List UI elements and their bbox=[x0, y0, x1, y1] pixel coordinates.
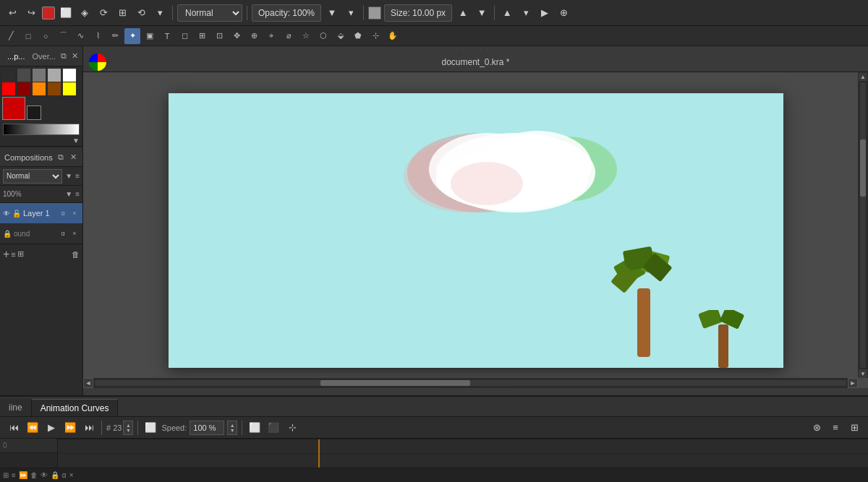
undo-button[interactable]: ↩ bbox=[4, 5, 20, 21]
frame-spinbox[interactable]: ▲ ▼ bbox=[123, 421, 133, 435]
measure-tool[interactable]: ⌖ bbox=[263, 28, 279, 44]
gradient-bar[interactable] bbox=[3, 124, 80, 135]
timeline-opt-3[interactable]: ⊹ bbox=[284, 420, 300, 436]
canvas-scroll-up-btn[interactable]: ▲ bbox=[859, 72, 867, 81]
layer-bg-options-icon[interactable]: × bbox=[69, 228, 80, 238]
arrow-up-button[interactable]: ▲ bbox=[499, 5, 515, 21]
text-tool[interactable]: T bbox=[159, 28, 175, 44]
layer-blend-select[interactable]: Normal bbox=[3, 169, 62, 184]
transform-tool[interactable]: ⊞ bbox=[194, 28, 210, 44]
fill-tool[interactable]: ▣ bbox=[142, 28, 158, 44]
status-icon-4[interactable]: 🗑 bbox=[30, 471, 38, 479]
speed-spinbox[interactable]: ▲ ▼ bbox=[227, 421, 237, 435]
ellipse-tool[interactable]: ○ bbox=[38, 28, 54, 44]
keyframe-button[interactable]: ⬜ bbox=[142, 420, 158, 436]
move-tool[interactable]: ✥ bbox=[229, 28, 244, 44]
opacity-options-button[interactable]: ▾ bbox=[343, 5, 359, 21]
background-color[interactable] bbox=[27, 106, 41, 120]
polyline-tool[interactable]: ⌇ bbox=[90, 28, 106, 44]
swatch-3[interactable] bbox=[48, 69, 61, 82]
canvas-vscroll-thumb[interactable] bbox=[860, 139, 866, 197]
brush-options-button[interactable]: ⬜ bbox=[58, 5, 74, 21]
pencil-tool[interactable]: ╱ bbox=[3, 28, 19, 44]
similar-select[interactable]: ⬟ bbox=[350, 28, 366, 44]
canvas-scroll-down-btn[interactable]: ▼ bbox=[859, 369, 867, 378]
color-picker-tool[interactable]: ⌀ bbox=[281, 28, 297, 44]
contiguous-select[interactable]: ⬙ bbox=[333, 28, 349, 44]
panel-tab-2[interactable]: Over... bbox=[29, 51, 58, 62]
status-icon-3[interactable]: ⏩ bbox=[19, 471, 27, 479]
layer-1-eye-icon[interactable]: 👁 bbox=[3, 210, 10, 218]
go-last-button[interactable]: ⏭ bbox=[81, 420, 97, 436]
pan-tool[interactable]: ✋ bbox=[385, 28, 401, 44]
onion-skin-button[interactable]: ⊛ bbox=[809, 420, 825, 436]
bezier-tool[interactable]: ∿ bbox=[72, 28, 88, 44]
timeline-opt-2[interactable]: ⬛ bbox=[265, 420, 281, 436]
crop-tool[interactable]: ⊡ bbox=[211, 28, 227, 44]
go-prev-button[interactable]: ⏪ bbox=[25, 420, 41, 436]
color-swatch-red[interactable] bbox=[42, 7, 55, 20]
filter-icon[interactable]: ▼ bbox=[65, 172, 72, 180]
panel-float-icon[interactable]: ⧉ bbox=[59, 51, 69, 61]
opacity-down-button[interactable]: ▼ bbox=[324, 5, 340, 21]
panel-close-icon[interactable]: ✕ bbox=[70, 51, 80, 61]
zoom-tool[interactable]: ⊕ bbox=[246, 28, 262, 44]
timeline-tracks[interactable] bbox=[58, 439, 868, 468]
status-icon-7[interactable]: α bbox=[62, 471, 67, 479]
status-icon-5[interactable]: 👁 bbox=[41, 471, 48, 479]
dropdown-arrow-icon[interactable]: ▼ bbox=[72, 137, 80, 145]
layer-grid-icon[interactable]: ⊞ bbox=[17, 249, 24, 259]
layer-bg-lock-icon[interactable]: 🔒 bbox=[3, 230, 12, 238]
layer-bg-item[interactable]: 🔒 ound α × bbox=[0, 223, 82, 244]
refresh-button[interactable]: ⟲ bbox=[133, 5, 149, 21]
timeline-expand-button[interactable]: ⊞ bbox=[846, 420, 862, 436]
swatch-brown[interactable] bbox=[48, 82, 61, 95]
layer-bg-alpha-icon[interactable]: α bbox=[58, 228, 68, 238]
blend-mode-select[interactable]: Normal bbox=[177, 4, 242, 22]
layer-1-item[interactable]: 👁 🔓 Layer 1 α × bbox=[0, 203, 82, 223]
rect-select-tool[interactable]: □ bbox=[20, 28, 36, 44]
swatch-2[interactable] bbox=[33, 69, 46, 82]
canvas-vscroll-track[interactable] bbox=[860, 82, 866, 368]
add-layer-button[interactable]: + bbox=[3, 248, 9, 261]
transform-button[interactable]: ⟳ bbox=[95, 5, 111, 21]
timeline-menu-button[interactable]: ≡ bbox=[827, 420, 843, 436]
status-icon-6[interactable]: 🔒 bbox=[51, 471, 59, 479]
size-up-button[interactable]: ▲ bbox=[455, 5, 471, 21]
bezier-select[interactable]: ⊹ bbox=[367, 28, 383, 44]
layer-options-button[interactable]: ◈ bbox=[77, 5, 93, 21]
path-tool[interactable]: ⌒ bbox=[55, 28, 71, 44]
layer-opacity-down-icon[interactable]: ▼ bbox=[65, 190, 72, 198]
swatch-1[interactable] bbox=[17, 69, 30, 82]
layer-opacity-menu-icon[interactable]: ≡ bbox=[75, 190, 80, 198]
comp-float-icon[interactable]: ⧉ bbox=[56, 152, 66, 163]
swatch-red[interactable] bbox=[2, 82, 15, 95]
canvas-scroll-left-btn[interactable]: ◄ bbox=[83, 378, 93, 388]
play-button[interactable]: ▶ bbox=[43, 420, 59, 436]
canvas-hscroll-thumb[interactable] bbox=[320, 380, 471, 386]
layer-1-options-icon[interactable]: × bbox=[69, 208, 80, 218]
delete-layer-button[interactable]: 🗑 bbox=[72, 250, 80, 259]
layer-options-icon[interactable]: ≡ bbox=[75, 172, 80, 180]
size-down-button[interactable]: ▼ bbox=[474, 5, 490, 21]
go-first-button[interactable]: ⏮ bbox=[6, 420, 22, 436]
layer-1-lock-icon[interactable]: 🔓 bbox=[12, 210, 21, 218]
polygon-tool[interactable]: ⬡ bbox=[315, 28, 331, 44]
arrow-options-button[interactable]: ▾ bbox=[518, 5, 534, 21]
transform2-button[interactable]: ⊕ bbox=[556, 5, 571, 21]
mirror-button[interactable]: ▶ bbox=[537, 5, 553, 21]
status-icon-8[interactable]: × bbox=[69, 471, 74, 479]
tab-timeline[interactable]: iine bbox=[0, 399, 32, 416]
select-shape-tool[interactable]: ☆ bbox=[298, 28, 314, 44]
foreground-color[interactable] bbox=[2, 97, 25, 120]
swatch-yellow[interactable] bbox=[63, 82, 76, 95]
layer-list-icon[interactable]: ≡ bbox=[11, 250, 15, 259]
swatch-dark-red[interactable] bbox=[17, 82, 30, 95]
layer-1-alpha-icon[interactable]: α bbox=[58, 208, 68, 218]
swatch-4[interactable] bbox=[63, 69, 76, 82]
canvas-container[interactable]: ◄ ► ▲ ▼ bbox=[83, 72, 868, 388]
comp-close-icon[interactable]: ✕ bbox=[68, 152, 78, 163]
status-icon-1[interactable]: ⊞ bbox=[3, 471, 9, 479]
more-options-button[interactable]: ▾ bbox=[152, 5, 168, 21]
brush-tool[interactable]: ✦ bbox=[124, 28, 140, 44]
